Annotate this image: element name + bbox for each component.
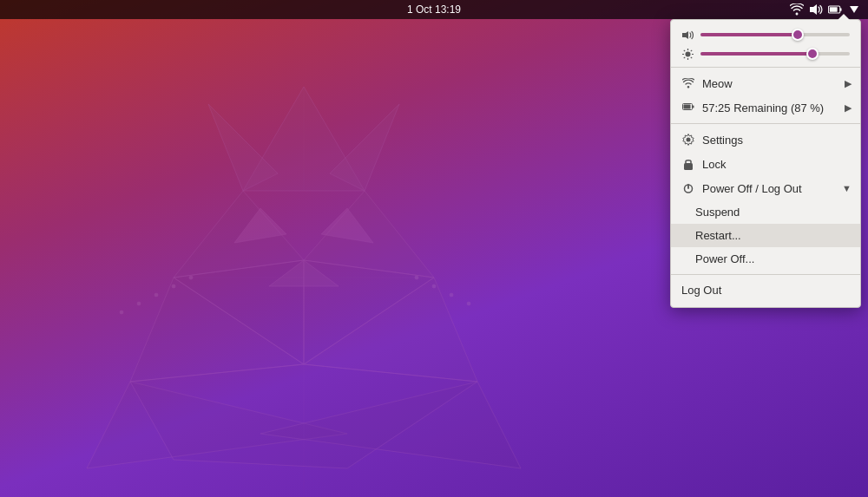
lock-label: Lock (702, 158, 726, 171)
restart-label: Restart... (695, 229, 741, 242)
poweroff-label: Power Off... (695, 252, 754, 265)
brightness-slider-track[interactable] (700, 52, 850, 56)
volume-slider-icon (681, 29, 694, 41)
svg-rect-28 (830, 7, 838, 11)
wifi-menu-icon (681, 76, 695, 90)
menu-item-wifi[interactable]: Meow ▶ (671, 71, 860, 95)
svg-point-15 (137, 302, 141, 305)
wifi-menu-label: Meow (702, 77, 733, 90)
svg-marker-8 (330, 104, 399, 191)
brightness-slider-thumb[interactable] (806, 48, 819, 60)
desktop: 1 Oct 13:19 (0, 0, 868, 497)
logout-label: Log Out (681, 284, 721, 297)
svg-point-32 (685, 51, 690, 56)
svg-line-40 (683, 56, 684, 57)
submenu-item-logout[interactable]: Log Out (671, 278, 860, 302)
menu-item-battery[interactable]: 57:25 Remaining (87 %) ▶ (671, 95, 860, 120)
lock-icon (681, 157, 695, 171)
volume-icon[interactable] (809, 3, 823, 16)
svg-line-37 (683, 49, 684, 50)
svg-point-13 (172, 284, 175, 288)
menu-item-power[interactable]: Power Off / Log Out ▼ (671, 176, 860, 200)
svg-rect-29 (840, 8, 842, 11)
svg-marker-31 (682, 31, 688, 39)
svg-marker-7 (208, 104, 278, 191)
power-expand-arrow: ▼ (842, 183, 852, 193)
system-menu: Meow ▶ 57:25 Remaining (87 %) ▶ (670, 19, 861, 308)
svg-line-38 (690, 56, 691, 57)
separator-1 (671, 67, 860, 68)
svg-point-19 (450, 293, 453, 297)
submenu-item-poweroff[interactable]: Power Off... (671, 247, 860, 271)
power-submenu: Suspend Restart... Power Off... (671, 200, 860, 271)
brightness-slider-row[interactable] (671, 44, 860, 63)
battery-icon[interactable] (828, 3, 842, 16)
battery-menu-icon (681, 101, 695, 114)
wifi-icon[interactable] (790, 3, 804, 16)
volume-slider-thumb[interactable] (792, 29, 804, 41)
separator-3 (671, 274, 860, 275)
svg-marker-26 (810, 4, 817, 15)
submenu-item-suspend[interactable]: Suspend (671, 200, 860, 224)
cat-illustration (0, 17, 608, 497)
svg-rect-42 (684, 105, 691, 109)
system-dropdown-icon[interactable] (847, 3, 861, 16)
menu-item-settings[interactable]: Settings (671, 128, 860, 152)
svg-point-18 (432, 284, 436, 288)
suspend-label: Suspend (695, 206, 740, 219)
menu-item-lock[interactable]: Lock (671, 152, 860, 176)
settings-label: Settings (702, 134, 743, 147)
power-icon (681, 181, 695, 195)
wifi-submenu-arrow: ▶ (845, 78, 852, 89)
brightness-slider-icon (681, 48, 694, 60)
topbar-right (790, 3, 861, 16)
volume-slider-track[interactable] (700, 33, 850, 36)
battery-submenu-arrow: ▶ (845, 102, 852, 114)
power-label: Power Off / Log Out (702, 182, 802, 195)
svg-marker-30 (850, 6, 858, 13)
svg-line-39 (690, 49, 691, 50)
settings-gear-icon (681, 133, 695, 147)
volume-slider-row[interactable] (671, 25, 860, 44)
svg-point-44 (687, 138, 691, 142)
svg-rect-43 (693, 106, 694, 108)
svg-point-14 (155, 293, 158, 297)
brightness-slider-fill (700, 52, 812, 56)
topbar-center: 1 Oct 13:19 (407, 3, 461, 16)
svg-point-20 (467, 302, 470, 305)
svg-point-16 (120, 311, 123, 314)
battery-menu-label: 57:25 Remaining (87 %) (702, 101, 824, 114)
svg-rect-45 (684, 163, 693, 170)
volume-slider-fill (700, 33, 798, 36)
separator-2 (671, 123, 860, 124)
topbar: 1 Oct 13:19 (0, 0, 868, 19)
submenu-item-restart[interactable]: Restart... (671, 224, 860, 247)
datetime-label: 1 Oct 13:19 (407, 3, 461, 16)
